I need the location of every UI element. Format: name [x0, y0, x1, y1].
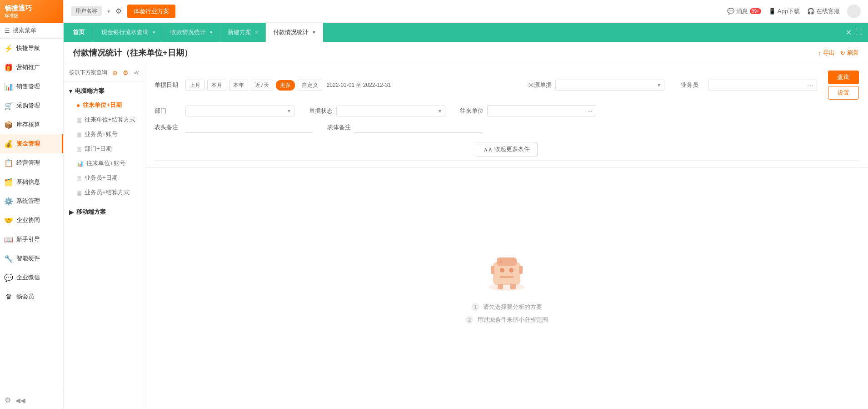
msg-badge: 99+	[750, 8, 761, 14]
filter-row-2: 部门 ▾ 单据状态 ▾ 往来单	[155, 105, 859, 116]
dept-select-arrow-icon: ▾	[288, 108, 290, 114]
tab-bank[interactable]: 现金银行流水查询 ×	[94, 23, 163, 42]
date-btn-custom[interactable]: 自定义	[298, 80, 322, 91]
tab-receivable[interactable]: 收款情况统计 ×	[163, 23, 220, 42]
tab-new-scheme-label: 新建方案	[228, 28, 251, 36]
scheme-item-staff-settle[interactable]: ▦ 业务员+结算方式	[64, 185, 145, 200]
body-note-input[interactable]	[354, 122, 482, 133]
status-select[interactable]: ▾	[336, 106, 445, 116]
set-btn[interactable]: 设置	[828, 86, 859, 100]
expand-window-icon[interactable]: ⛶	[855, 28, 863, 36]
sidebar-label-purchase: 采购管理	[16, 101, 40, 110]
source-select[interactable]: ▾	[555, 80, 664, 91]
scheme-item-dept-date[interactable]: ▦ 部门+日期	[64, 141, 145, 156]
unit-select[interactable]: ···	[487, 105, 596, 116]
topbar-gear-icon[interactable]: ⚙	[115, 7, 122, 15]
refresh-btn[interactable]: ↻ 刷新	[840, 49, 859, 57]
sidebar-item-guide[interactable]: 📖 新手引导	[0, 230, 63, 249]
tab-receivable-label: 收款情况统计	[170, 28, 206, 36]
sidebar-item-purchase[interactable]: 🛒 采购管理	[0, 96, 63, 115]
tabbar: 首页 现金银行流水查询 × 收款情况统计 × 新建方案 × 付款情况统计 × ✕…	[64, 23, 868, 42]
scheme-group-arrow: ▾	[69, 88, 72, 95]
user-dropdown-icon[interactable]: ▾	[107, 8, 110, 15]
refresh-label: 刷新	[847, 49, 859, 57]
sidebar-item-quick-nav[interactable]: ⚡ 快捷导航	[0, 39, 63, 58]
sidebar-item-operation[interactable]: 📋 经营管理	[0, 153, 63, 172]
date-range-display: 2022-01-01 至 2022-12-31	[327, 81, 391, 89]
sidebar-label-vip: 畅会员	[16, 293, 34, 301]
avatar[interactable]	[847, 5, 861, 18]
sidebar-footer: ⚙ ◀◀	[0, 391, 63, 409]
date-btn-more[interactable]: 更多	[276, 80, 295, 91]
scheme-header-label: 按以下方案查询	[69, 69, 107, 76]
scheme-item-dept-date-label: 部门+日期	[85, 145, 112, 153]
sidebar-icon-marketing: 🎁	[5, 63, 13, 71]
header-note-input[interactable]	[185, 122, 313, 133]
scheme-collapse-btn[interactable]: ≪	[134, 70, 140, 76]
empty-illustration	[479, 248, 534, 294]
logo-sub: 标准版	[5, 13, 32, 19]
search-menu-item[interactable]: ☰ 搜索菜单	[0, 23, 63, 39]
collapse-btn[interactable]: ∧∧ 收起更多条件	[476, 142, 538, 157]
tab-home[interactable]: 首页	[64, 23, 94, 42]
date-btn-last-month[interactable]: 上月	[185, 80, 205, 91]
user-name-display[interactable]: 用户名称	[71, 6, 102, 16]
unit-label: 往来单位	[460, 107, 484, 115]
staff-select[interactable]: ···	[708, 80, 817, 91]
unit-ellipsis-icon: ···	[587, 107, 592, 114]
msg-icon: 💬	[727, 8, 734, 15]
scheme-item-staff-account[interactable]: ▦ 业务员+账号	[64, 127, 145, 141]
sidebar-label-guide: 新手引导	[16, 235, 40, 243]
sidebar-item-finance[interactable]: 💰 资金管理	[0, 134, 63, 153]
tab-new-scheme[interactable]: 新建方案 ×	[220, 23, 266, 42]
collapse-icon: ∧∧	[484, 146, 493, 153]
dept-select[interactable]: ▾	[185, 106, 294, 116]
tab-payment[interactable]: 付款情况统计 ×	[266, 23, 323, 42]
sidebar-item-inventory[interactable]: 📦 库存核算	[0, 115, 63, 134]
sidebar-item-sales[interactable]: 📊 销售管理	[0, 77, 63, 96]
tab-bank-close[interactable]: ×	[152, 29, 155, 35]
settings-icon[interactable]: ⚙	[5, 396, 11, 404]
sidebar-label-marketing: 营销推广	[16, 63, 40, 71]
date-btn-this-month[interactable]: 本月	[207, 80, 226, 91]
scheme-group-mobile-header[interactable]: ▶ 移动端方案	[64, 205, 145, 219]
scheme-group-desktop-header[interactable]: ▾ 电脑端方案	[64, 84, 145, 98]
scheme-gear-btn[interactable]: ⚙	[123, 69, 129, 76]
online-service-btn[interactable]: 🎧 在线客服	[807, 7, 840, 15]
sidebar-item-system[interactable]: ⚙️ 系统管理	[0, 192, 63, 211]
close-window-icon[interactable]: ✕	[846, 28, 852, 37]
sidebar-icon-inventory: 📦	[5, 121, 13, 129]
scheme-item-staff-date[interactable]: ▦ 业务员+日期	[64, 171, 145, 185]
app-download-btn[interactable]: 📱 App下载	[768, 7, 800, 15]
scheme-item-unit-account[interactable]: 📊 往来单位+账号	[64, 156, 145, 171]
query-btn[interactable]: 查询	[828, 71, 859, 84]
sidebar-icon-hardware: 🔧	[5, 254, 13, 263]
scheme-add-btn[interactable]: ⊕	[112, 69, 118, 76]
tab-spacer	[323, 23, 840, 42]
trial-btn[interactable]: 体验行业方案	[127, 5, 175, 18]
app-label: App下载	[778, 7, 800, 15]
sidebar-item-hardware[interactable]: 🔧 智能硬件	[0, 249, 63, 268]
sidebar-item-wechat[interactable]: 💬 企业微信	[0, 268, 63, 287]
sidebar-item-basic[interactable]: 🗂️ 基础信息	[0, 172, 63, 192]
sidebar-item-marketing[interactable]: 🎁 营销推广	[0, 58, 63, 77]
scheme-item-unit-settle-label: 往来单位+结算方式	[85, 116, 135, 124]
logo-text: 畅捷通巧	[5, 4, 32, 12]
collapse-sidebar-btn[interactable]: ◀◀	[15, 397, 25, 404]
sidebar-item-enterprise[interactable]: 🤝 企业协同	[0, 211, 63, 230]
svg-rect-8	[498, 284, 503, 289]
sidebar-label-enterprise: 企业协同	[16, 216, 40, 224]
tab-receivable-close[interactable]: ×	[210, 29, 213, 35]
tab-new-scheme-close[interactable]: ×	[255, 29, 258, 35]
sidebar-logo: 畅捷通巧 标准版	[0, 0, 63, 23]
msg-btn[interactable]: 💬 消息 99+	[727, 7, 761, 15]
tab-payment-close[interactable]: ×	[312, 29, 315, 35]
main-area: 用户名称 ▾ ⚙ 体验行业方案 💬 消息 99+ 📱 App下载 🎧 在线客服 …	[64, 0, 868, 409]
scheme-item-unit-settle[interactable]: ▦ 往来单位+结算方式	[64, 112, 145, 127]
sidebar-item-vip[interactable]: ♛ 畅会员	[0, 287, 63, 306]
date-btn-this-year[interactable]: 本年	[229, 80, 248, 91]
date-btn-7days[interactable]: 近7天	[251, 80, 273, 91]
export-btn[interactable]: ↑ 导出	[818, 49, 835, 57]
collapse-label: 收起更多条件	[494, 145, 530, 153]
scheme-item-unit-date[interactable]: ● 往来单位+日期	[64, 98, 145, 112]
